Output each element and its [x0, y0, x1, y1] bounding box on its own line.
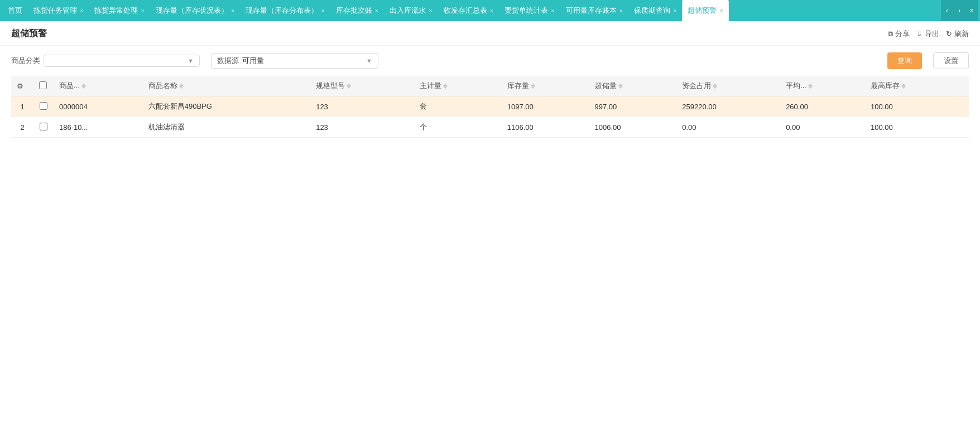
column-stock[interactable]: 库存量	[502, 76, 589, 96]
nav-next-button[interactable]: ›	[953, 0, 965, 21]
cell-sku-code: 186-10...	[54, 117, 143, 138]
row-checkbox-cell[interactable]	[33, 117, 54, 138]
nav-item-batch-account[interactable]: 库存批次账 ×	[330, 0, 384, 21]
page-header: 超储预警 ⧉ 分享 ⇓ 导出 ↻ 刷新	[0, 21, 980, 46]
datasource-filter-label: 数据源	[217, 56, 239, 66]
table-row: 1 0000004 六配套新昌490BPG 123 套 1097.00 997.…	[11, 96, 969, 117]
cell-avg: 0.00	[780, 117, 865, 138]
datasource-dropdown-icon: ▼	[366, 57, 372, 64]
nav-close-button[interactable]: ×	[965, 0, 978, 21]
column-sku-name[interactable]: 商品名称	[143, 76, 310, 96]
close-expiry-query[interactable]: ×	[673, 7, 676, 14]
cell-max-stock: 100.00	[865, 96, 969, 117]
nav-item-pick-task[interactable]: 拣货任务管理 ×	[28, 0, 89, 21]
cell-capital: 259220.00	[676, 96, 780, 117]
nav-item-overstock-warning[interactable]: 超储预警 ×	[682, 0, 728, 21]
cell-overstock: 1006.00	[589, 117, 677, 138]
nav-item-recv-send-summary[interactable]: 收发存汇总表 ×	[438, 0, 499, 21]
cell-stock: 1106.00	[502, 117, 589, 138]
cell-spec: 123	[310, 117, 414, 138]
column-spec[interactable]: 规格型号	[310, 76, 414, 96]
select-all-checkbox[interactable]	[39, 81, 47, 89]
nav-item-inventory-dist[interactable]: 现存量（库存分布表） ×	[240, 0, 330, 21]
cell-capital: 0.00	[676, 117, 780, 138]
sort-sku-code-icon	[81, 84, 86, 89]
nav-item-order-stats[interactable]: 要货单统计表 ×	[499, 0, 560, 21]
close-pick-task[interactable]: ×	[80, 7, 83, 14]
column-settings[interactable]: ⚙	[11, 76, 33, 96]
column-max-stock[interactable]: 最高库存	[865, 76, 969, 96]
settings-button[interactable]: 设置	[933, 52, 969, 69]
cell-overstock: 997.00	[589, 96, 677, 117]
cell-sku-name: 机油滤清器	[143, 117, 310, 138]
close-inventory-status[interactable]: ×	[231, 7, 234, 14]
datasource-filter-group: 数据源 可用量 ▼	[211, 53, 378, 69]
sort-max-stock-icon	[901, 84, 906, 89]
cell-avg: 260.00	[780, 96, 865, 117]
sort-sku-name-icon	[179, 84, 184, 89]
sort-avg-icon	[808, 84, 813, 89]
datasource-select-value: 可用量	[242, 56, 264, 66]
close-recv-send-summary[interactable]: ×	[490, 7, 493, 14]
column-select-all[interactable]	[33, 76, 54, 96]
category-filter-label: 商品分类	[11, 56, 40, 66]
row-index: 1	[11, 96, 33, 117]
close-available-ledger[interactable]: ×	[619, 7, 623, 14]
gear-icon: ⚙	[17, 82, 23, 90]
category-filter-group: 商品分类 ▼	[11, 55, 200, 67]
close-overstock-warning[interactable]: ×	[719, 7, 723, 14]
column-unit[interactable]: 主计量	[414, 76, 502, 96]
cell-max-stock: 100.00	[865, 117, 969, 138]
share-button[interactable]: ⧉ 分享	[888, 29, 910, 39]
refresh-icon: ↻	[946, 30, 952, 38]
category-select[interactable]: ▼	[44, 55, 200, 67]
cell-unit: 个	[414, 117, 502, 138]
table-header-row: ⚙ 商品... 商品名称	[11, 76, 969, 96]
page-actions: ⧉ 分享 ⇓ 导出 ↻ 刷新	[888, 29, 969, 39]
share-icon: ⧉	[888, 30, 893, 38]
column-sku-code[interactable]: 商品...	[54, 76, 143, 96]
cell-sku-code: 0000004	[54, 96, 143, 117]
close-batch-account[interactable]: ×	[375, 7, 378, 14]
sort-spec-icon	[347, 84, 351, 89]
cell-stock: 1097.00	[502, 96, 589, 117]
close-in-out-flow[interactable]: ×	[429, 7, 432, 14]
datasource-select[interactable]: 数据源 可用量 ▼	[211, 53, 378, 69]
row-checkbox[interactable]	[40, 102, 47, 110]
nav-item-in-out-flow[interactable]: 出入库流水 ×	[384, 0, 438, 21]
column-overstock[interactable]: 超储量	[589, 76, 677, 96]
nav-item-available-ledger[interactable]: 可用量库存账本 ×	[560, 0, 628, 21]
export-button[interactable]: ⇓ 导出	[916, 29, 939, 39]
sort-capital-icon	[713, 84, 717, 89]
row-checkbox[interactable]	[40, 123, 47, 130]
row-checkbox-cell[interactable]	[33, 96, 54, 117]
column-capital[interactable]: 资金占用	[676, 76, 780, 96]
filter-bar: 商品分类 ▼ 数据源 可用量 ▼ 查询 设置	[0, 46, 980, 76]
nav-prev-button[interactable]: ‹	[941, 0, 953, 21]
cell-unit: 套	[414, 96, 502, 117]
close-pick-exception[interactable]: ×	[141, 7, 144, 14]
cell-spec: 123	[310, 96, 414, 117]
table-row: 2 186-10... 机油滤清器 123 个 1106.00 1006.00 …	[11, 117, 969, 138]
sort-stock-icon	[531, 84, 535, 89]
cell-sku-name: 六配套新昌490BPG	[143, 96, 310, 117]
query-button[interactable]: 查询	[887, 52, 922, 69]
row-index: 2	[11, 117, 33, 138]
column-avg[interactable]: 平均...	[780, 76, 865, 96]
nav-item-home[interactable]: 首页	[2, 0, 28, 21]
close-inventory-dist[interactable]: ×	[321, 7, 324, 14]
category-dropdown-icon: ▼	[188, 57, 194, 64]
sort-overstock-icon	[618, 84, 623, 89]
nav-item-expiry-query[interactable]: 保质期查询 ×	[628, 0, 682, 21]
sort-unit-icon	[443, 84, 448, 89]
overstock-table: ⚙ 商品... 商品名称	[11, 76, 969, 138]
nav-item-pick-exception[interactable]: 拣货异常处理 ×	[89, 0, 150, 21]
table-container: ⚙ 商品... 商品名称	[0, 76, 980, 138]
export-icon: ⇓	[916, 30, 923, 38]
nav-arrows: ‹ › ×	[941, 0, 978, 21]
close-order-stats[interactable]: ×	[551, 7, 554, 14]
top-navigation: 首页 拣货任务管理 × 拣货异常处理 × 现存量（库存状况表） × 现存量（库存…	[0, 0, 980, 21]
refresh-button[interactable]: ↻ 刷新	[946, 29, 969, 39]
page-title: 超储预警	[11, 28, 47, 40]
nav-item-inventory-status[interactable]: 现存量（库存状况表） ×	[150, 0, 240, 21]
